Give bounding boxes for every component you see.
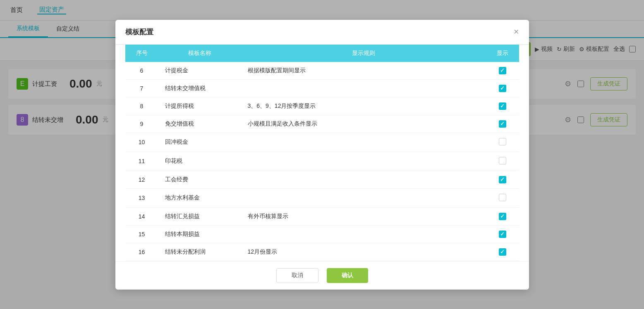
cell-show[interactable] xyxy=(486,152,519,171)
show-checkbox-5[interactable] xyxy=(499,157,506,164)
table-row: 8计提所得税3、6、9、12月按季度显示 xyxy=(125,97,519,115)
cell-name: 印花税 xyxy=(158,152,241,171)
cell-seq: 16 xyxy=(125,243,158,261)
cell-show[interactable] xyxy=(486,79,519,97)
table-header: 序号 模板名称 显示规则 显示 xyxy=(125,45,519,62)
show-checkbox-3[interactable] xyxy=(499,120,506,128)
cell-show[interactable] xyxy=(486,243,519,261)
cell-show[interactable] xyxy=(486,188,519,207)
table-body: 6计提税金根据模版配置期间显示7结转未交增值税8计提所得税3、6、9、12月按季… xyxy=(125,62,519,261)
table-row: 12工会经费 xyxy=(125,171,519,188)
col-show: 显示 xyxy=(486,45,519,62)
cell-show[interactable] xyxy=(486,207,519,225)
cell-rule xyxy=(241,225,486,243)
confirm-button[interactable]: 确认 xyxy=(327,268,368,283)
cell-name: 计提税金 xyxy=(158,62,241,80)
modal-title: 模板配置 xyxy=(125,27,153,37)
table-row: 10回冲税金 xyxy=(125,133,519,152)
cell-seq: 7 xyxy=(125,79,158,97)
cell-name: 结转未交增值税 xyxy=(158,79,241,97)
cell-seq: 12 xyxy=(125,171,158,188)
table-row: 14结转汇兑损益有外币核算显示 xyxy=(125,207,519,225)
cell-seq: 13 xyxy=(125,188,158,207)
cell-seq: 10 xyxy=(125,133,158,152)
show-checkbox-10[interactable] xyxy=(499,248,506,256)
modal-close-button[interactable]: × xyxy=(514,27,519,36)
cell-name: 结转汇兑损益 xyxy=(158,207,241,225)
cell-rule xyxy=(241,171,486,188)
show-checkbox-9[interactable] xyxy=(499,231,506,238)
cell-seq: 14 xyxy=(125,207,158,225)
show-checkbox-4[interactable] xyxy=(499,138,506,145)
cell-rule: 有外币核算显示 xyxy=(241,207,486,225)
cell-name: 工会经费 xyxy=(158,171,241,188)
cell-name: 地方水利基金 xyxy=(158,188,241,207)
show-checkbox-0[interactable] xyxy=(499,67,506,74)
cell-rule: 12月份显示 xyxy=(241,243,486,261)
cell-name: 结转未分配利润 xyxy=(158,243,241,261)
cell-show[interactable] xyxy=(486,97,519,115)
cell-name: 回冲税金 xyxy=(158,133,241,152)
cell-seq: 15 xyxy=(125,225,158,243)
config-table: 序号 模板名称 显示规则 显示 6计提税金根据模版配置期间显示7结转未交增值税8… xyxy=(125,45,519,261)
table-row: 7结转未交增值税 xyxy=(125,79,519,97)
cell-name: 结转本期损益 xyxy=(158,225,241,243)
cell-rule: 根据模版配置期间显示 xyxy=(241,62,486,80)
cell-name: 免交增值税 xyxy=(158,115,241,133)
table-row: 11印花税 xyxy=(125,152,519,171)
cell-rule xyxy=(241,79,486,97)
show-checkbox-7[interactable] xyxy=(499,194,506,201)
cell-rule: 小规模且满足收入条件显示 xyxy=(241,115,486,133)
cell-rule xyxy=(241,133,486,152)
table-row: 9免交增值税小规模且满足收入条件显示 xyxy=(125,115,519,133)
modal-body: 序号 模板名称 显示规则 显示 6计提税金根据模版配置期间显示7结转未交增值税8… xyxy=(115,45,529,261)
modal-template-config: 模板配置 × 序号 模板名称 显示规则 显示 6计提税金根据模版配置期间显示7结… xyxy=(115,20,529,290)
cell-show[interactable] xyxy=(486,225,519,243)
cell-show[interactable] xyxy=(486,62,519,80)
cell-show[interactable] xyxy=(486,115,519,133)
modal-overlay: 模板配置 × 序号 模板名称 显示规则 显示 6计提税金根据模版配置期间显示7结… xyxy=(0,0,644,309)
table-row: 13地方水利基金 xyxy=(125,188,519,207)
modal-header: 模板配置 × xyxy=(115,20,529,45)
show-checkbox-6[interactable] xyxy=(499,176,506,183)
show-checkbox-2[interactable] xyxy=(499,102,506,110)
cancel-button[interactable]: 取消 xyxy=(276,268,318,283)
table-row: 15结转本期损益 xyxy=(125,225,519,243)
cell-rule xyxy=(241,152,486,171)
cell-seq: 9 xyxy=(125,115,158,133)
col-rule: 显示规则 xyxy=(241,45,486,62)
table-row: 16结转未分配利润12月份显示 xyxy=(125,243,519,261)
cell-seq: 11 xyxy=(125,152,158,171)
cell-rule: 3、6、9、12月按季度显示 xyxy=(241,97,486,115)
col-seq: 序号 xyxy=(125,45,158,62)
cell-name: 计提所得税 xyxy=(158,97,241,115)
show-checkbox-1[interactable] xyxy=(499,85,506,92)
show-checkbox-8[interactable] xyxy=(499,213,506,220)
col-name: 模板名称 xyxy=(158,45,241,62)
table-row: 6计提税金根据模版配置期间显示 xyxy=(125,62,519,80)
cell-seq: 8 xyxy=(125,97,158,115)
cell-seq: 6 xyxy=(125,62,158,80)
modal-footer: 取消 确认 xyxy=(115,261,529,290)
cell-show[interactable] xyxy=(486,133,519,152)
cell-show[interactable] xyxy=(486,171,519,188)
cell-rule xyxy=(241,188,486,207)
